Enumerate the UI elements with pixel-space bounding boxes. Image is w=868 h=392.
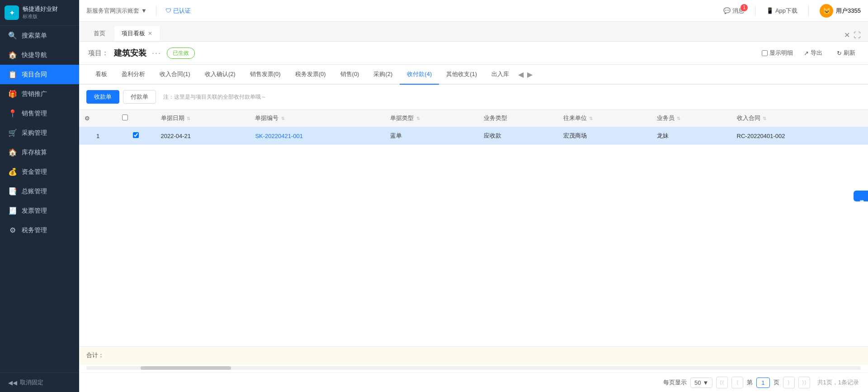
col-header-checkbox xyxy=(117,110,155,127)
sub-nav-right-arrow[interactable]: ▶ xyxy=(525,70,534,79)
sidebar-item-资金管理[interactable]: 💰 资金管理 xyxy=(0,162,79,182)
table-wrapper: ⚙单据日期 ⇅单据编号 ⇅单据类型 ⇅业务类型往来单位 ⇅业务员 ⇅收入合同 ⇅… xyxy=(79,110,868,346)
sidebar-item-总账管理[interactable]: 📑 总账管理 xyxy=(0,182,79,201)
row-salesman: 龙妹 xyxy=(651,127,731,145)
sidebar-item-库存核算[interactable]: 🏠 库存核算 xyxy=(0,143,79,162)
more-options-button[interactable]: ··· xyxy=(152,48,161,58)
unpin-icon: ◀◀ xyxy=(8,379,17,386)
sort-icon: ⇅ xyxy=(763,116,766,121)
refresh-icon: ↻ xyxy=(837,50,842,57)
doc-number-link[interactable]: SK-20220421-001 xyxy=(255,133,303,139)
data-table: ⚙单据日期 ⇅单据编号 ⇅单据类型 ⇅业务类型往来单位 ⇅业务员 ⇅收入合同 ⇅… xyxy=(79,110,868,145)
col-header-type[interactable]: 单据类型 ⇅ xyxy=(385,110,478,127)
sub-nav-item-出入库[interactable]: 出入库 xyxy=(484,65,516,85)
sidebar-item-项目合同[interactable]: 📋 项目合同 xyxy=(0,65,79,84)
column-setting-icon[interactable]: ⚙ xyxy=(85,115,90,122)
user-menu[interactable]: 🐱 用户3355 xyxy=(820,4,861,18)
sidebar-item-营销推广[interactable]: 🎁 营销推广 xyxy=(0,84,79,104)
current-page-input[interactable]: 1 xyxy=(756,378,769,388)
main-content: 新服务官网演示账套 ▼ 🛡 已认证 💬 消息 1 📱 App下载 🐱 用户335… xyxy=(79,0,868,392)
feedback-button[interactable]: 意见反馈 xyxy=(854,191,868,201)
tab-close-icon[interactable]: ✕ xyxy=(148,31,152,36)
messages-button[interactable]: 💬 消息 1 xyxy=(723,7,744,15)
export-icon: ↗ xyxy=(804,50,809,57)
row-checkbox-cell[interactable] xyxy=(117,127,155,145)
sidebar-item-搜索菜单[interactable]: 🔍 搜索菜单 xyxy=(0,26,79,45)
message-icon: 💬 xyxy=(723,7,731,14)
sub-nav-item-其他收支(1)[interactable]: 其他收支(1) xyxy=(439,65,484,85)
sidebar-logo: ✦ 畅捷通好业财 标准版 xyxy=(0,0,79,26)
sub-nav-item-收付款(4)[interactable]: 收付款(4) xyxy=(400,65,439,85)
col-header-contract[interactable]: 收入合同 ⇅ xyxy=(731,110,868,127)
tab-project-board[interactable]: 项目看板 ✕ xyxy=(114,26,160,41)
sidebar-item-发票管理[interactable]: 🧾 发票管理 xyxy=(0,201,79,220)
scroll-thumb[interactable] xyxy=(141,366,231,370)
content-tab-付款单[interactable]: 付款单 xyxy=(123,90,156,104)
user-label: 用户3355 xyxy=(836,7,861,15)
sidebar-item-label: 销售管理 xyxy=(22,110,47,118)
sidebar-item-快捷导航[interactable]: 🏠 快捷导航 xyxy=(0,45,79,65)
sub-nav-item-销售发票(0)[interactable]: 销售发票(0) xyxy=(243,65,288,85)
row-contract: RC-20220401-002 xyxy=(731,127,868,145)
table-header-row: ⚙单据日期 ⇅单据编号 ⇅单据类型 ⇅业务类型往来单位 ⇅业务员 ⇅收入合同 ⇅ xyxy=(79,110,868,127)
sub-nav-item-盈利分析[interactable]: 盈利分析 xyxy=(114,65,152,85)
sidebar-icon: 🎁 xyxy=(8,90,17,98)
table-row[interactable]: 1 2022-04-21 SK-20220421-001 蓝单 应收款 宏茂商场… xyxy=(79,127,868,145)
select-all-checkbox[interactable] xyxy=(122,115,128,120)
sub-nav-item-收入合同(1)[interactable]: 收入合同(1) xyxy=(152,65,198,85)
row-index: 1 xyxy=(79,127,117,145)
certified-badge: 🛡 已认证 xyxy=(165,7,191,15)
page-suffix: 页 xyxy=(774,378,779,387)
sub-nav-item-收入确认(2)[interactable]: 收入确认(2) xyxy=(198,65,243,85)
user-avatar: 🐱 xyxy=(820,4,833,18)
show-detail-checkbox[interactable]: 显示明细 xyxy=(762,49,793,57)
row-checkbox[interactable] xyxy=(133,132,139,138)
sidebar-item-采购管理[interactable]: 🛒 采购管理 xyxy=(0,123,79,143)
app-download-button[interactable]: 📱 App下载 xyxy=(766,7,797,15)
sub-nav: 看板盈利分析收入合同(1)收入确认(2)销售发票(0)税务发票(0)销售(0)采… xyxy=(79,65,868,85)
col-header-date[interactable]: 单据日期 ⇅ xyxy=(156,110,250,127)
sidebar-item-label: 税务管理 xyxy=(22,226,47,234)
window-controls: ✕ ⛶ xyxy=(844,31,861,41)
app-logo-icon: ✦ xyxy=(5,5,19,20)
sidebar-footer[interactable]: ◀◀ 取消固定 xyxy=(0,373,79,392)
pagination: 每页显示 50 ▼ ⟨⟨ ⟨ 第 1 页 ⟩ ⟩⟩ 共1页，1条记录 xyxy=(79,373,868,392)
tab-home[interactable]: 首页 xyxy=(86,26,113,41)
sidebar-item-label: 总账管理 xyxy=(22,187,47,196)
show-detail-input[interactable] xyxy=(762,50,768,56)
col-header-partner[interactable]: 往来单位 ⇅ xyxy=(558,110,651,127)
content-tab-收款单[interactable]: 收款单 xyxy=(86,90,119,104)
sidebar-icon: 🏠 xyxy=(8,148,17,157)
last-page-button[interactable]: ⟩⟩ xyxy=(798,377,810,388)
window-close-button[interactable]: ✕ xyxy=(844,31,850,39)
sub-nav-left-arrow[interactable]: ◀ xyxy=(516,70,525,79)
sidebar-item-label: 快捷导航 xyxy=(22,51,47,59)
sub-nav-item-税务发票(0)[interactable]: 税务发票(0) xyxy=(288,65,333,85)
prev-page-button[interactable]: ⟨ xyxy=(731,377,743,388)
first-page-button[interactable]: ⟨⟨ xyxy=(716,377,728,388)
sub-nav-item-看板[interactable]: 看板 xyxy=(88,65,114,85)
page-size-select[interactable]: 50 ▼ xyxy=(690,378,712,388)
row-number[interactable]: SK-20220421-001 xyxy=(250,127,385,145)
export-button[interactable]: ↗ 导出 xyxy=(800,47,826,59)
sort-icon: ⇅ xyxy=(677,116,680,121)
row-type: 蓝单 xyxy=(385,127,478,145)
sidebar-icon: 💰 xyxy=(8,167,17,176)
page-size-value: 50 xyxy=(694,379,701,386)
sidebar-item-税务管理[interactable]: ⚙ 税务管理 xyxy=(0,220,79,240)
sidebar-icon: 📋 xyxy=(8,70,17,79)
sidebar-item-销售管理[interactable]: 📍 销售管理 xyxy=(0,104,79,123)
horizontal-scrollbar[interactable] xyxy=(79,364,868,373)
sub-nav-item-采购(2)[interactable]: 采购(2) xyxy=(366,65,400,85)
sub-nav-item-销售(0)[interactable]: 销售(0) xyxy=(333,65,367,85)
col-header-number[interactable]: 单据编号 ⇅ xyxy=(250,110,385,127)
project-selector[interactable]: 新服务官网演示账套 ▼ xyxy=(86,7,147,15)
sidebar-icon: 🔍 xyxy=(8,31,17,40)
window-maximize-button[interactable]: ⛶ xyxy=(854,31,861,39)
sidebar-footer-label: 取消固定 xyxy=(20,378,43,387)
row-biz-type: 应收款 xyxy=(478,127,557,145)
next-page-button[interactable]: ⟩ xyxy=(783,377,795,388)
sort-icon: ⇅ xyxy=(281,116,285,121)
col-header-salesman[interactable]: 业务员 ⇅ xyxy=(651,110,731,127)
refresh-button[interactable]: ↻ 刷新 xyxy=(833,47,859,59)
